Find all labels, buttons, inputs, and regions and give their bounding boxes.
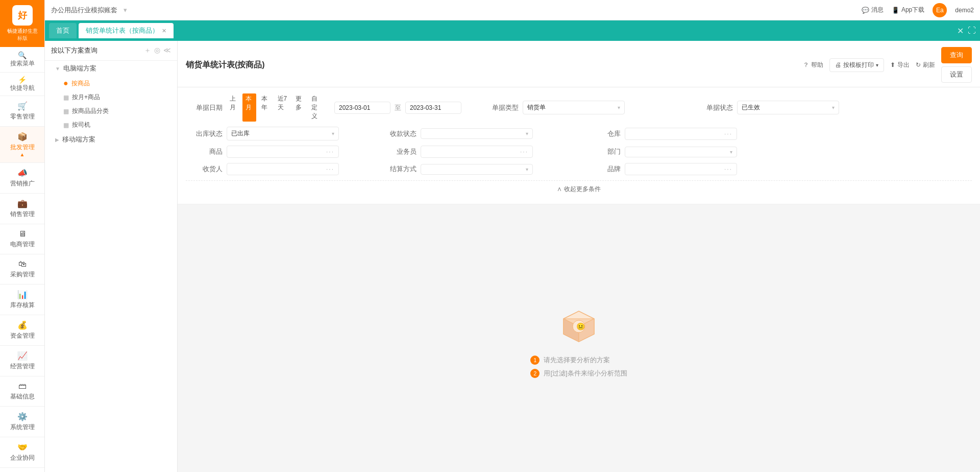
tab-home[interactable]: 首页 bbox=[49, 23, 77, 38]
app-download-icon: 📱 bbox=[892, 7, 899, 14]
query-btn[interactable]: 查询 bbox=[941, 47, 972, 63]
app-name: 畅捷通好生意 bbox=[7, 28, 38, 35]
shortcut-custom[interactable]: 自定义 bbox=[308, 93, 326, 122]
message-btn[interactable]: 💬 消息 bbox=[862, 6, 884, 14]
filter-row-4: 收货人 ··· 结算方式 ▾ 品牌 bbox=[186, 163, 972, 175]
shortcut-this-year[interactable]: 本年 bbox=[258, 93, 272, 122]
order-type-arrow: ▾ bbox=[618, 105, 620, 110]
sidebar-item-sales[interactable]: 💼 销售管理 bbox=[0, 194, 44, 224]
shortcut-last-month[interactable]: 上月 bbox=[227, 93, 240, 122]
sidebar-item-system-label: 系统管理 bbox=[10, 423, 35, 432]
sidebar-item-operation[interactable]: 📈 经营管理 bbox=[0, 346, 44, 376]
tree-child-by-driver[interactable]: ▦ 按司机 bbox=[45, 118, 177, 132]
tab-close-all-icon[interactable]: ✕ bbox=[957, 26, 964, 36]
print-btn[interactable]: 🖨 按模板打印 ▾ bbox=[829, 58, 884, 72]
sidebar-item-basic[interactable]: 🗃 基础信息 bbox=[0, 376, 44, 407]
step-2-label: 用[过滤]条件来缩小分析范围 bbox=[544, 369, 627, 378]
step-num-2: 2 bbox=[530, 369, 540, 378]
settings-btn[interactable]: 设置 bbox=[941, 66, 972, 83]
sales-icon: 💼 bbox=[17, 199, 28, 208]
dept-arrow: ▾ bbox=[730, 149, 732, 155]
breadcrumb-arrow: ▾ bbox=[124, 6, 127, 14]
export-btn[interactable]: ⬆ 导出 bbox=[890, 61, 910, 69]
marketing-icon: 📣 bbox=[17, 168, 28, 178]
shortcut-this-month[interactable]: 本月 bbox=[242, 93, 256, 122]
help-label: 帮助 bbox=[811, 61, 823, 69]
edit-scheme-icon[interactable]: ◎ bbox=[154, 46, 160, 55]
left-panel: 按以下方案查询 ＋ ◎ ≪ ▼ 电脑端方案 ● 按商品 ▦ 按月+商品 bbox=[45, 41, 178, 472]
filter-area: 单据日期 上月 本月 本年 近7天 更多 自定义 至 bbox=[178, 87, 980, 204]
payment-select[interactable]: ▾ bbox=[421, 164, 533, 175]
collapse-scheme-icon[interactable]: ≪ bbox=[163, 46, 171, 55]
order-type-label: 单据类型 bbox=[482, 103, 523, 112]
page-title-bar: 销货单统计表(按商品) ？ 帮助 🖨 按模板打印 ▾ ⬆ 导出 bbox=[178, 41, 980, 87]
help-btn[interactable]: ？ 帮助 bbox=[803, 61, 823, 69]
warehouse-input[interactable]: ··· bbox=[625, 128, 737, 140]
salesperson-label: 业务员 bbox=[380, 147, 421, 156]
app-download-btn[interactable]: 📱 App下载 bbox=[892, 6, 924, 14]
goods-input[interactable]: ··· bbox=[227, 146, 339, 158]
date-shortcuts: 上月 本月 本年 近7天 更多 自定义 bbox=[227, 93, 326, 122]
tab-close-btn[interactable]: ✕ bbox=[162, 28, 166, 34]
tree-section-desktop[interactable]: ▼ 电脑端方案 bbox=[45, 61, 177, 76]
enterprise-icon: 🤝 bbox=[17, 442, 28, 452]
brand-label: 品牌 bbox=[584, 164, 625, 174]
sidebar-item-wholesale[interactable]: 📦 批发管理 ▲ bbox=[0, 127, 44, 163]
export-icon: ⬆ bbox=[890, 61, 895, 68]
date-from-input[interactable] bbox=[334, 102, 390, 114]
sidebar-item-enterprise[interactable]: 🤝 企业协同 bbox=[0, 437, 44, 468]
order-status-select[interactable]: 已生效 ▾ bbox=[737, 101, 839, 114]
tree-child-by-category[interactable]: ▦ 按商品品分类 bbox=[45, 104, 177, 118]
brand-input[interactable]: ··· bbox=[625, 163, 737, 175]
sidebar-item-newbie[interactable]: 🎯 新手引导 bbox=[0, 468, 44, 472]
main-wrap: 办公用品行业模拟账套 ▾ 💬 消息 📱 App下载 Ea demo2 首页 销货… bbox=[45, 0, 980, 472]
left-panel-icons: ＋ ◎ ≪ bbox=[144, 46, 171, 55]
tree-mobile-expand-icon: ▶ bbox=[55, 137, 59, 143]
tree-child-by-month-goods[interactable]: ▦ 按月+商品 bbox=[45, 90, 177, 104]
order-status-label: 单据状态 bbox=[696, 103, 737, 112]
print-arrow: ▾ bbox=[876, 62, 878, 68]
purchase-icon: 🛍 bbox=[18, 259, 27, 269]
sidebar-item-finance[interactable]: 💰 资金管理 bbox=[0, 315, 44, 346]
shortcut-more[interactable]: 更多 bbox=[292, 93, 306, 122]
date-to-input[interactable] bbox=[405, 102, 461, 114]
tree-section-mobile[interactable]: ▶ 移动端方案 bbox=[45, 132, 177, 147]
sidebar-item-marketing[interactable]: 📣 营销推广 bbox=[0, 163, 44, 194]
shortcut-7days[interactable]: 近7天 bbox=[275, 93, 290, 122]
tree-child-by-goods[interactable]: ● 按商品 bbox=[45, 76, 177, 90]
goods-dots: ··· bbox=[326, 148, 334, 155]
app-download-label: App下载 bbox=[901, 6, 924, 14]
receiver-input[interactable]: ··· bbox=[227, 163, 339, 175]
out-status-select[interactable]: 已出库 ▾ bbox=[227, 127, 339, 140]
quick-nav-label: 快捷导航 bbox=[10, 84, 35, 92]
sidebar-item-inventory[interactable]: 📊 库存核算 bbox=[0, 285, 44, 315]
tab-home-label: 首页 bbox=[56, 26, 69, 35]
tree-child-by-category-label: 按商品品分类 bbox=[72, 107, 109, 115]
empty-state: 😐 1 请先选择要分析的方案 2 用[过滤]条件来缩小分析范围 bbox=[178, 204, 980, 472]
tree-mobile-section-label: 移动端方案 bbox=[62, 135, 95, 144]
sidebar-item-system[interactable]: ⚙️ 系统管理 bbox=[0, 407, 44, 437]
refresh-btn[interactable]: ↻ 刷新 bbox=[916, 61, 935, 69]
tab-maximize-icon[interactable]: ⛶ bbox=[968, 26, 976, 35]
dept-select[interactable]: ▾ bbox=[625, 147, 737, 157]
search-menu[interactable]: 🔍 搜索菜单 bbox=[0, 47, 44, 73]
export-label: 导出 bbox=[897, 61, 910, 69]
tab-sales-stat[interactable]: 销货单统计表（按商品） ✕ bbox=[79, 23, 174, 38]
salesperson-input[interactable]: ··· bbox=[421, 146, 533, 158]
receipt-status-select[interactable]: ▾ bbox=[421, 128, 533, 139]
sidebar-item-purchase[interactable]: 🛍 采购管理 bbox=[0, 254, 44, 285]
tabbar-actions: ✕ ⛶ bbox=[957, 26, 976, 36]
sidebar-item-retail[interactable]: 🛒 零售管理 bbox=[0, 96, 44, 127]
goods-control: ··· bbox=[227, 146, 359, 158]
user-avatar[interactable]: Ea bbox=[933, 3, 947, 17]
finance-icon: 💰 bbox=[17, 320, 28, 330]
order-type-select[interactable]: 销货单 ▾ bbox=[523, 101, 625, 114]
quick-nav[interactable]: ⚡ 快捷导航 bbox=[0, 73, 44, 96]
add-scheme-icon[interactable]: ＋ bbox=[144, 46, 151, 55]
right-content: 销货单统计表(按商品) ？ 帮助 🖨 按模板打印 ▾ ⬆ 导出 bbox=[178, 41, 980, 472]
ecom-icon: 🖥 bbox=[18, 229, 27, 239]
tabbar: 首页 销货单统计表（按商品） ✕ ✕ ⛶ bbox=[45, 20, 980, 41]
receipt-status-label: 收款状态 bbox=[380, 129, 421, 138]
sidebar-item-ecom[interactable]: 🖥 电商管理 bbox=[0, 224, 44, 254]
collapse-bar[interactable]: ∧ 收起更多条件 bbox=[186, 180, 972, 198]
